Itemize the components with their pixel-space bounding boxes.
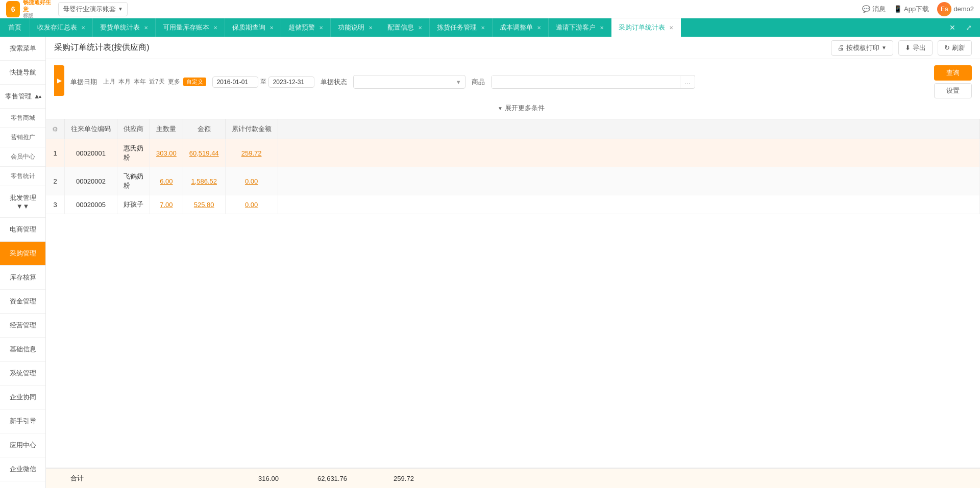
cell-index: 2 [46, 167, 65, 195]
date-from-input[interactable] [212, 76, 258, 88]
cell-quantity[interactable]: 7.00 [150, 195, 183, 214]
workspace-selector[interactable]: 母婴行业演示账套 ▼ [58, 2, 128, 16]
cell-paid[interactable]: 0.00 [225, 195, 278, 214]
tab-available-inv[interactable]: 可用量库存账本 ✕ [156, 18, 225, 37]
cell-code: 00020005 [65, 195, 117, 214]
close-icon[interactable]: ✕ [144, 25, 148, 31]
cell-code: 00020002 [65, 167, 117, 195]
tab-overstock[interactable]: 超储预警 ✕ [281, 18, 331, 37]
message-btn[interactable]: 💬 消息 [862, 5, 886, 14]
table-row: 2 00020002 飞鹤奶粉 6.00 1,586.52 0.00 [46, 167, 980, 195]
goods-label: 商品 [472, 78, 485, 87]
user-profile-btn[interactable]: Ea demo2 [937, 2, 974, 16]
cell-quantity[interactable]: 6.00 [150, 167, 183, 195]
date-to-input[interactable] [268, 76, 314, 88]
close-icon[interactable]: ✕ [669, 25, 673, 31]
app-download-btn[interactable]: 📱 App下载 [894, 5, 929, 14]
shortcut-this-year[interactable]: 本年 [134, 78, 146, 86]
tab-pick-task[interactable]: 拣货任务管理 ✕ [430, 18, 493, 37]
sidebar-item-retail-shop[interactable]: 零售商城 [0, 109, 45, 128]
th-empty [278, 119, 979, 139]
print-btn[interactable]: 🖨 按模板打印 ▼ [831, 40, 893, 56]
sidebar-item-ecommerce[interactable]: 电商管理 [0, 218, 45, 242]
sidebar-item-weixin[interactable]: 企业微信 [0, 457, 45, 481]
close-icon[interactable]: ✕ [213, 25, 217, 31]
settings-btn[interactable]: 设置 [934, 83, 972, 98]
tab-cost-adjust[interactable]: 成本调整单 ✕ [493, 18, 549, 37]
tab-config[interactable]: 配置信息 ✕ [380, 18, 430, 37]
tab-recv-send[interactable]: 收发存汇总表 ✕ [30, 18, 93, 37]
sidebar-item-member2[interactable]: 畅会员 [0, 481, 45, 488]
close-window-btn[interactable]: ✕ [945, 20, 960, 35]
user-avatar: Ea [937, 2, 951, 16]
query-btn[interactable]: 查询 [934, 65, 972, 81]
sidebar-item-basic-info[interactable]: 基础信息 [0, 338, 45, 362]
shortcut-more[interactable]: 更多 [168, 78, 180, 86]
expand-window-btn[interactable]: ⤢ [962, 20, 976, 35]
close-icon[interactable]: ✕ [369, 25, 373, 31]
expand-conditions-btn[interactable]: ▼ 展开更多条件 [498, 104, 545, 113]
date-shortcuts: 上月 本月 本年 近7天 更多 自定义 [103, 78, 206, 86]
cell-supplier: 好孩子 [117, 195, 150, 214]
export-btn[interactable]: ⬇ 导出 [898, 40, 933, 56]
sidebar-item-member[interactable]: 会员中心 [0, 147, 45, 167]
nav-window-controls: ✕ ⤢ [945, 20, 980, 35]
sidebar-item-app-center[interactable]: 应用中心 [0, 433, 45, 457]
cell-index: 3 [46, 195, 65, 214]
sidebar-item-purchase[interactable]: 采购管理 [0, 242, 45, 266]
tab-home[interactable]: 首页 [0, 18, 30, 37]
close-icon[interactable]: ✕ [481, 25, 485, 31]
close-icon[interactable]: ✕ [418, 25, 422, 31]
sidebar-item-collab[interactable]: 企业协同 [0, 386, 45, 409]
close-icon[interactable]: ✕ [600, 25, 604, 31]
cell-paid[interactable]: 0.00 [225, 167, 278, 195]
close-icon[interactable]: ✕ [537, 25, 541, 31]
print-arrow-icon: ▼ [881, 45, 887, 50]
shortcut-this-month[interactable]: 本月 [118, 78, 131, 86]
sidebar-item-quicknav[interactable]: 快捷导航 [0, 61, 45, 85]
cell-supplier: 飞鹤奶粉 [117, 167, 150, 195]
tab-order-stats[interactable]: 要货单统计表 ✕ [93, 18, 156, 37]
sidebar-item-system[interactable]: 系统管理 [0, 362, 45, 386]
sidebar-item-finance[interactable]: 资金管理 [0, 290, 45, 314]
sidebar: 搜索菜单 快捷导航 零售管理 ▲ 零售商城 营销推广 会员中心 零售统计 批发管… [0, 37, 46, 488]
cell-paid[interactable]: 259.72 [225, 139, 278, 167]
close-icon[interactable]: ✕ [81, 25, 85, 31]
cell-amount[interactable]: 60,519.44 [183, 139, 225, 167]
goods-search-input[interactable] [492, 75, 680, 88]
goods-more-btn[interactable]: … [680, 76, 695, 88]
tab-expiry[interactable]: 保质期查询 ✕ [225, 18, 281, 37]
cell-amount[interactable]: 1,586.52 [183, 167, 225, 195]
tab-func-desc[interactable]: 功能说明 ✕ [331, 18, 380, 37]
sidebar-item-inventory[interactable]: 库存核算 [0, 266, 45, 290]
cell-index: 1 [46, 139, 65, 167]
status-select[interactable] [353, 75, 465, 89]
cell-amount[interactable]: 525.80 [183, 195, 225, 214]
cell-code: 00020001 [65, 139, 117, 167]
sidebar-item-retail[interactable]: 零售管理 ▲ [0, 85, 45, 109]
footer-paid-cell: 259.72 [365, 475, 442, 482]
expand-down-icon: ▼ [498, 106, 503, 111]
action-buttons: 查询 设置 [934, 65, 972, 98]
table-row: 1 00020001 惠氏奶粉 303.00 60,519.44 259.72 [46, 139, 980, 167]
footer-amount-cell: 62,631.76 [299, 475, 365, 482]
close-icon[interactable]: ✕ [319, 25, 323, 31]
shortcut-last-month[interactable]: 上月 [103, 78, 115, 86]
sidebar-item-wholesale[interactable]: 批发管理 ▼ [0, 186, 45, 218]
filter-collapse-btn[interactable]: ▶ [54, 65, 64, 96]
sidebar-item-marketing[interactable]: 营销推广 [0, 128, 45, 147]
sidebar-item-search[interactable]: 搜索菜单 [0, 37, 45, 61]
refresh-btn[interactable]: ↻ 刷新 [938, 40, 972, 56]
sidebar-item-operations[interactable]: 经营管理 [0, 314, 45, 338]
tab-invite-customer[interactable]: 邀请下游客户 ✕ [549, 18, 611, 37]
sidebar-item-guide[interactable]: 新手引导 [0, 409, 45, 433]
column-settings-icon[interactable]: ⚙ [52, 125, 58, 133]
close-icon[interactable]: ✕ [270, 25, 274, 31]
custom-badge[interactable]: 自定义 [183, 78, 206, 86]
table-row: 3 00020005 好孩子 7.00 525.80 0.00 [46, 195, 980, 214]
sidebar-item-retail-stats[interactable]: 零售统计 [0, 167, 45, 186]
shortcut-7days[interactable]: 近7天 [149, 78, 165, 86]
tab-purchase-stats[interactable]: 采购订单统计表 ✕ [611, 18, 681, 37]
cell-quantity[interactable]: 303.00 [150, 139, 183, 167]
page-header: 采购订单统计表(按供应商) 🖨 按模板打印 ▼ ⬇ 导出 ↻ 刷新 [46, 37, 980, 59]
